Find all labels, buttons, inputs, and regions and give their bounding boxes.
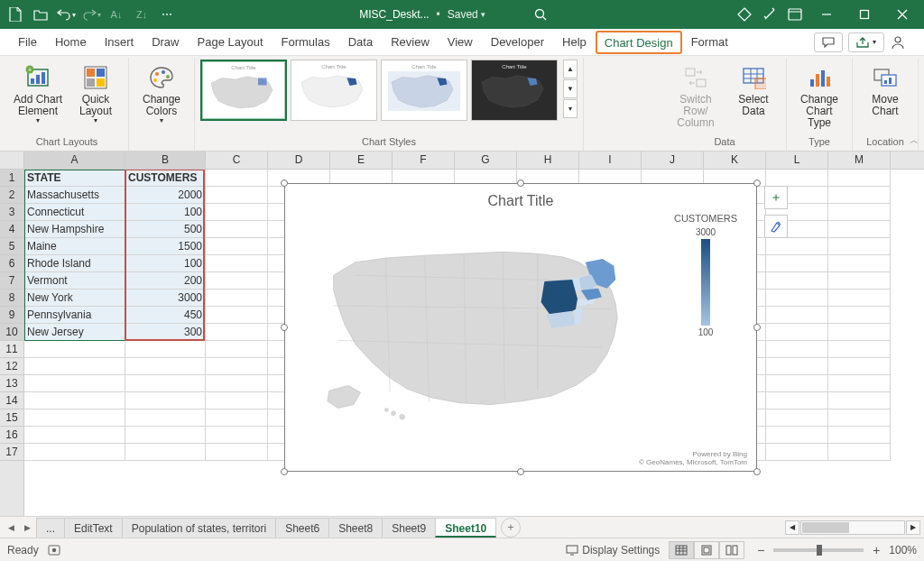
sheet-tab-edittext[interactable]: EditText	[64, 518, 123, 538]
hscroll-track[interactable]	[800, 520, 905, 535]
row-header-3[interactable]: 3	[0, 204, 23, 221]
cell-A8[interactable]: New York	[24, 290, 125, 307]
cell-B15[interactable]	[125, 409, 206, 427]
cell-B12[interactable]	[125, 358, 206, 375]
comments-button[interactable]	[814, 32, 843, 52]
maximize-button[interactable]	[846, 0, 882, 29]
horizontal-scrollbar[interactable]: ◀ ▶	[785, 520, 920, 535]
chart-style-1[interactable]: Chart Title	[200, 60, 287, 121]
cell-B13[interactable]	[125, 375, 206, 392]
cell-B1[interactable]: CUSTOMERS	[125, 170, 206, 187]
column-header-K[interactable]: K	[704, 152, 766, 169]
cell-C11[interactable]	[206, 341, 268, 358]
cell-B17[interactable]	[125, 444, 206, 461]
cell-C13[interactable]	[206, 375, 268, 392]
quick-layout-button[interactable]: Quick Layout▾	[69, 60, 123, 129]
cell-M2[interactable]	[828, 187, 891, 204]
row-header-12[interactable]: 12	[0, 358, 23, 375]
cell-L10[interactable]	[766, 324, 828, 341]
cell-B7[interactable]: 200	[125, 272, 206, 290]
ribbon-tab-insert[interactable]: Insert	[96, 30, 143, 55]
sheet-tab-population-of-states-territori[interactable]: Population of states, territori	[122, 518, 276, 538]
cell-C10[interactable]	[206, 324, 268, 341]
chart-style-3[interactable]: Chart Title	[381, 60, 467, 121]
cell-B11[interactable]	[125, 341, 206, 358]
cell-M13[interactable]	[828, 375, 891, 392]
cell-C2[interactable]	[206, 187, 268, 204]
select-data-button[interactable]: Select Data	[726, 60, 781, 121]
row-header-9[interactable]: 9	[0, 307, 23, 324]
gallery-down-icon[interactable]: ▼	[563, 79, 578, 98]
cell-M14[interactable]	[828, 392, 891, 409]
column-header-E[interactable]: E	[330, 152, 393, 169]
cell-A14[interactable]	[24, 392, 125, 409]
ribbon-tab-draw[interactable]: Draw	[143, 30, 188, 55]
resize-handle-s[interactable]	[517, 468, 524, 475]
cell-B8[interactable]: 3000	[125, 290, 206, 307]
sheet-tab-sheet6[interactable]: Sheet6	[275, 518, 329, 538]
cell-A17[interactable]	[24, 444, 125, 461]
gallery-up-icon[interactable]: ▲	[563, 60, 578, 78]
cell-B16[interactable]	[125, 427, 206, 444]
cell-A11[interactable]	[24, 341, 125, 358]
cell-L16[interactable]	[766, 427, 828, 444]
zoom-percent[interactable]: 100%	[889, 544, 917, 556]
cell-A9[interactable]: Pennsylvania	[24, 307, 125, 324]
cell-M10[interactable]	[828, 324, 891, 341]
row-header-14[interactable]: 14	[0, 392, 23, 409]
cell-L1[interactable]	[766, 170, 828, 187]
chart-legend[interactable]: CUSTOMERS 3000 100	[668, 213, 738, 442]
diamond-icon[interactable]	[733, 3, 756, 26]
column-header-B[interactable]: B	[125, 152, 206, 169]
zoom-thumb[interactable]	[817, 545, 822, 556]
ribbon-tab-data[interactable]: Data	[339, 30, 382, 55]
cell-L8[interactable]	[766, 290, 828, 307]
redo-icon[interactable]: ▾	[79, 3, 103, 26]
resize-handle-e[interactable]	[753, 324, 761, 331]
cell-C16[interactable]	[206, 427, 268, 444]
ribbon-tab-developer[interactable]: Developer	[482, 30, 553, 55]
cell-L7[interactable]	[766, 272, 828, 290]
ribbon-tab-page-layout[interactable]: Page Layout	[189, 30, 273, 55]
column-header-I[interactable]: I	[579, 152, 642, 169]
move-chart-button[interactable]: Move Chart	[858, 60, 912, 121]
cell-M16[interactable]	[828, 427, 891, 444]
row-header-11[interactable]: 11	[0, 341, 23, 358]
cell-B10[interactable]: 300	[125, 324, 206, 341]
cell-L9[interactable]	[766, 307, 828, 324]
column-header-C[interactable]: C	[206, 152, 268, 169]
resize-handle-ne[interactable]	[753, 179, 761, 187]
column-header-F[interactable]: F	[393, 152, 455, 169]
minimize-button[interactable]	[808, 0, 845, 29]
resize-handle-se[interactable]	[753, 468, 761, 475]
column-header-H[interactable]: H	[517, 152, 579, 169]
cell-C9[interactable]	[206, 307, 268, 324]
open-file-icon[interactable]	[29, 3, 52, 26]
cell-M12[interactable]	[828, 358, 891, 375]
hscroll-right-icon[interactable]: ▶	[906, 520, 920, 535]
zoom-out-button[interactable]: −	[753, 543, 768, 557]
search-icon[interactable]	[529, 3, 552, 26]
map-chart-object[interactable]: Chart Title	[284, 183, 757, 472]
column-header-D[interactable]: D	[268, 152, 330, 169]
cell-L15[interactable]	[766, 409, 828, 427]
row-header-5[interactable]: 5	[0, 238, 23, 255]
row-header-15[interactable]: 15	[0, 409, 23, 427]
cell-A5[interactable]: Maine	[24, 238, 125, 255]
save-status[interactable]: Saved ▾	[448, 8, 485, 21]
ribbon-tab-file[interactable]: File	[9, 30, 46, 55]
cell-A16[interactable]	[24, 427, 125, 444]
cell-M15[interactable]	[828, 409, 891, 427]
cell-A2[interactable]: Massachusetts	[24, 187, 125, 204]
chart-elements-button[interactable]: ＋	[764, 186, 788, 209]
cell-A12[interactable]	[24, 358, 125, 375]
cell-B6[interactable]: 100	[125, 255, 206, 272]
cell-C17[interactable]	[206, 444, 268, 461]
macro-record-icon[interactable]	[48, 544, 62, 556]
change-chart-type-button[interactable]: Change Chart Type	[792, 60, 846, 133]
cell-A4[interactable]: New Hampshire	[24, 221, 125, 238]
ribbon-tab-chart-design[interactable]: Chart Design	[596, 31, 682, 54]
cell-C1[interactable]	[206, 170, 268, 187]
column-header-L[interactable]: L	[766, 152, 828, 169]
cell-L6[interactable]	[766, 255, 828, 272]
